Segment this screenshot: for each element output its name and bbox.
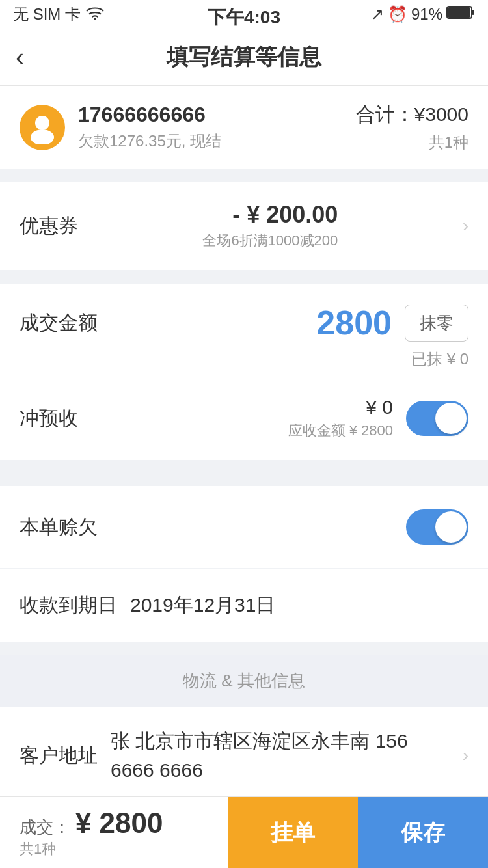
debt-toggle-knob <box>435 511 467 543</box>
svg-point-0 <box>94 18 96 20</box>
wifi-icon <box>86 5 104 23</box>
coupon-sub: 全场6折满1000减200 <box>202 231 338 251</box>
logistics-section-header: 物流 & 其他信息 <box>0 655 488 707</box>
amount-right: 2800 抹零 <box>316 303 468 342</box>
customer-debt: 欠款1276.35元, 现结 <box>78 131 221 152</box>
battery-icon <box>446 5 475 23</box>
carrier-text: 无 SIM 卡 <box>13 4 81 25</box>
bottom-summary-label-row: 成交： ¥ 2800 <box>20 807 208 839</box>
customer-right: 合计：¥3000 共1种 <box>356 102 468 153</box>
divider-1 <box>0 271 488 284</box>
toggle-knob <box>435 403 467 434</box>
round-button[interactable]: 抹零 <box>405 305 468 342</box>
amount-section: 成交金额 2800 抹零 已抹 ¥ 0 冲预收 ¥ 0 应收金额 ¥ 2800 <box>0 284 488 460</box>
customer-card: 17666666666 欠款1276.35元, 现结 合计：¥3000 共1种 <box>0 86 488 169</box>
svg-point-5 <box>31 129 54 144</box>
bottom-summary-label: 成交： <box>20 817 70 837</box>
section-header-text: 物流 & 其他信息 <box>183 670 305 692</box>
coupon-right: - ¥ 200.00 全场6折满1000减200 <box>202 201 338 251</box>
amount-row: 成交金额 2800 抹零 <box>0 284 488 349</box>
prepay-sub: 应收金额 ¥ 2800 <box>288 421 393 441</box>
due-date-label: 收款到期日 <box>20 592 117 619</box>
location-icon: ↗ <box>371 5 384 23</box>
battery-text: 91% <box>411 5 442 23</box>
coupon-label: 优惠券 <box>20 213 78 239</box>
due-date-value: 2019年12月31日 <box>130 592 275 619</box>
due-date-row: 收款到期日 2019年12月31日 <box>0 568 488 642</box>
svg-rect-2 <box>472 10 474 15</box>
prepay-row: 冲预收 ¥ 0 应收金额 ¥ 2800 <box>0 383 488 460</box>
coupon-row[interactable]: 优惠券 - ¥ 200.00 全场6折满1000减200 › <box>0 182 488 271</box>
nav-title: 填写结算等信息 <box>167 42 321 72</box>
prepay-amount-block: ¥ 0 应收金额 ¥ 2800 <box>288 396 393 441</box>
customer-info: 17666666666 欠款1276.35元, 现结 <box>78 103 221 152</box>
coupon-discount: - ¥ 200.00 <box>202 201 338 228</box>
svg-rect-3 <box>448 7 470 18</box>
status-time: 下午4:03 <box>208 5 280 30</box>
bottom-summary-amount: ¥ 2800 <box>75 807 163 839</box>
divider-2 <box>0 460 488 473</box>
content: 17666666666 欠款1276.35元, 现结 合计：¥3000 共1种 … <box>0 86 488 868</box>
customer-phone: 17666666666 <box>78 103 221 127</box>
amount-sub: 已抹 ¥ 0 <box>0 349 488 383</box>
hold-button[interactable]: 挂单 <box>228 797 358 869</box>
section-line-right <box>318 681 468 681</box>
back-button[interactable]: ‹ <box>16 45 24 70</box>
address-chevron-icon: › <box>463 745 468 766</box>
save-button[interactable]: 保存 <box>358 797 488 869</box>
coupon-chevron-icon: › <box>463 215 468 236</box>
debt-row: 本单赊欠 <box>0 486 488 568</box>
prepay-amount: ¥ 0 <box>288 396 393 418</box>
avatar <box>20 105 65 150</box>
address-row[interactable]: 客户地址 张 北京市市辖区海淀区永丰南 156 6666 6666 › <box>0 707 488 804</box>
prepay-right: ¥ 0 应收金额 ¥ 2800 <box>288 396 468 441</box>
status-right: ↗ ⏰ 91% <box>371 5 475 23</box>
customer-left: 17666666666 欠款1276.35元, 现结 <box>20 103 221 152</box>
debt-toggle[interactable] <box>406 509 468 545</box>
prepay-label: 冲预收 <box>20 405 78 432</box>
svg-point-4 <box>35 116 49 130</box>
customer-total: 合计：¥3000 <box>356 102 468 128</box>
amount-label: 成交金额 <box>20 310 98 336</box>
bottom-summary-count: 共1种 <box>20 839 208 859</box>
address-value: 张 北京市市辖区海淀区永丰南 156 6666 6666 <box>111 726 450 785</box>
bottom-summary: 成交： ¥ 2800 共1种 <box>0 807 228 859</box>
amount-value: 2800 <box>316 303 392 342</box>
section-line-left <box>20 681 170 681</box>
customer-count: 共1种 <box>356 132 468 153</box>
nav-bar: ‹ 填写结算等信息 <box>0 29 488 86</box>
alarm-icon: ⏰ <box>388 5 407 23</box>
status-bar: 无 SIM 卡 下午4:03 ↗ ⏰ 91% <box>0 0 488 29</box>
bottom-bar: 成交： ¥ 2800 共1种 挂单 保存 <box>0 796 488 868</box>
debt-label: 本单赊欠 <box>20 514 98 541</box>
status-left: 无 SIM 卡 <box>13 4 104 25</box>
prepay-toggle[interactable] <box>406 401 468 436</box>
address-label: 客户地址 <box>20 742 98 769</box>
